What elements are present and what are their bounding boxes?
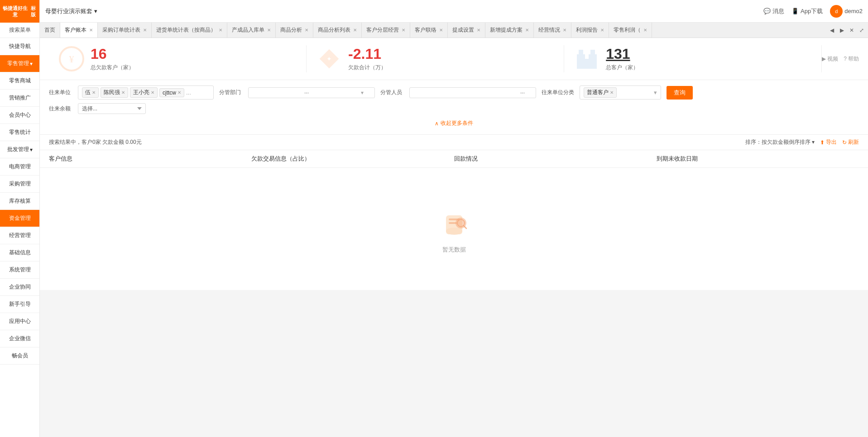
sidebar-item-wholesale-mgmt[interactable]: 批发管理 ▾ (0, 141, 39, 158)
category-tag-close[interactable]: ✕ (610, 90, 614, 95)
tab-expand-button[interactable]: ⤢ (857, 26, 866, 35)
tab-customer-contact[interactable]: 客户联络 ✕ (410, 23, 448, 38)
tab-new-propose[interactable]: 新增提成方案 ✕ (485, 23, 534, 38)
tab-propose-settings[interactable]: 提成设置 ✕ (448, 23, 485, 38)
company-filter-tags-box[interactable]: 伍 ✕ 陈民强 ✕ 王小亮 ✕ cjttcw ✕ ... (78, 86, 214, 100)
empty-state-text: 暂无数据 (442, 246, 466, 254)
tab-profit-report[interactable]: 利润报告 ✕ (571, 23, 609, 38)
sidebar-item-system[interactable]: 系统管理 (0, 261, 39, 279)
tab-close-icon[interactable]: ✕ (219, 28, 222, 33)
company-tag-wang[interactable]: 王小亮 ✕ (130, 87, 158, 98)
header-right: 💬 消息 📱 App下载 d demo2 (763, 5, 863, 18)
tab-stock-stats[interactable]: 进货单统计表（按商品） ✕ (152, 23, 227, 38)
sort-label[interactable]: 排序：按欠款金额倒序排序 ▾ (745, 138, 815, 146)
dept-select-dots[interactable]: ··· (304, 90, 309, 96)
tab-customer-segment[interactable]: 客户分层经营 ✕ (362, 23, 410, 38)
stats-bar: ¥ 16 总欠款客户（家） ✦ -2.11 欠款合计 (40, 38, 868, 80)
company-filter-label: 往来单位 (49, 89, 72, 96)
tab-retail-profit[interactable]: 零售利润（ ✕ (609, 23, 652, 38)
export-button[interactable]: ⬆ 导出 (820, 138, 837, 146)
tab-close-all-button[interactable]: ✕ (847, 26, 856, 35)
sidebar-item-finance[interactable]: 资金管理 (0, 210, 39, 227)
tab-close-icon[interactable]: ✕ (477, 28, 480, 33)
tab-close-icon[interactable]: ✕ (143, 28, 147, 33)
sidebar-item-inventory[interactable]: 库存核算 (0, 193, 39, 210)
svg-rect-4 (577, 54, 585, 69)
tab-close-icon[interactable]: ✕ (305, 28, 308, 33)
query-button[interactable]: 查询 (667, 86, 693, 100)
sidebar-item-retail-mall[interactable]: 零售商城 (0, 72, 39, 90)
sidebar-item-member-center[interactable]: 会员中心 (0, 107, 39, 124)
tab-next-button[interactable]: ▶ (837, 26, 846, 35)
company-tag-wu[interactable]: 伍 ✕ (82, 87, 99, 98)
tab-close-icon[interactable]: ✕ (402, 28, 405, 33)
sidebar-item-enterprise-wechat[interactable]: 企业微信 (0, 330, 39, 347)
stat-arrears-label: 欠款合计（万） (348, 64, 386, 71)
chevron-up-icon: ∧ (435, 120, 439, 127)
person-filter-select[interactable]: ··· (409, 87, 536, 98)
tab-product-purchase[interactable]: 产成品入库单 ✕ (227, 23, 276, 38)
category-filter-tags-box[interactable]: 普通客户 ✕ ▾ (580, 86, 661, 100)
tab-home[interactable]: 首页 (40, 23, 60, 38)
category-tag-normal[interactable]: 普通客户 ✕ (584, 87, 617, 98)
sidebar-item-new-guide[interactable]: 新手引导 (0, 296, 39, 313)
tab-close-icon[interactable]: ✕ (643, 28, 647, 33)
company-tag-more[interactable]: ... (186, 89, 191, 96)
tab-close-icon[interactable]: ✕ (600, 28, 604, 33)
tab-close-icon[interactable]: ✕ (439, 28, 443, 33)
app-download-button[interactable]: 📱 App下载 (791, 7, 823, 15)
diamond-svg-icon: ✦ (316, 45, 343, 72)
dept-filter-label: 分管部门 (219, 89, 243, 96)
company-tag-cjttcw-close[interactable]: ✕ (177, 90, 181, 95)
sidebar-item-ecommerce[interactable]: 电商管理 (0, 158, 39, 176)
company-tag-cjttcw[interactable]: cjttcw ✕ (159, 88, 184, 97)
sidebar-item-retail-stats[interactable]: 零售统计 (0, 124, 39, 141)
tab-close-icon[interactable]: ✕ (525, 28, 529, 33)
sidebar-item-marketing[interactable]: 营销推广 (0, 90, 39, 107)
tab-goods-analysis-list[interactable]: 商品分析列表 ✕ (313, 23, 362, 38)
balance-filter-select[interactable]: 选择... (78, 103, 146, 114)
tab-prev-button[interactable]: ◀ (827, 26, 836, 35)
tab-goods-analysis[interactable]: 商品分析 ✕ (276, 23, 313, 38)
sidebar-item-search[interactable]: 搜索菜单 (0, 23, 39, 38)
table-header: 客户信息 欠款交易信息（占比） 回款情况 到期未收款日期 (40, 150, 868, 168)
video-help-button[interactable]: ▶ 视频 (822, 55, 838, 63)
svg-text:✦: ✦ (326, 56, 332, 62)
sidebar-item-quick-nav[interactable]: 快捷导航 (0, 38, 39, 55)
tab-close-icon[interactable]: ✕ (353, 28, 357, 33)
company-tag-chen[interactable]: 陈民强 ✕ (101, 87, 128, 98)
sidebar-item-enterprise-collab[interactable]: 企业协同 (0, 279, 39, 296)
dept-chevron-icon: ▾ (361, 90, 364, 96)
collapse-button[interactable]: ∧ 收起更多条件 (435, 118, 473, 129)
stat-arrears-text: -2.11 欠款合计（万） (348, 46, 386, 71)
sidebar-item-app-center[interactable]: 应用中心 (0, 313, 39, 330)
dept-filter-select[interactable]: ··· ▾ (248, 87, 375, 98)
sidebar-item-purchase-mgmt[interactable]: 采购管理 (0, 176, 39, 193)
sidebar-item-operations[interactable]: 经营管理 (0, 227, 39, 244)
company-tag-wang-close[interactable]: ✕ (151, 90, 154, 95)
person-select-dots[interactable]: ··· (520, 90, 525, 96)
yuan-svg-icon: ¥ (58, 45, 85, 72)
company-tag-chen-close[interactable]: ✕ (121, 90, 125, 95)
tab-business-status[interactable]: 经营情况 ✕ (534, 23, 571, 38)
page-content: ¥ 16 总欠款客户（家） ✦ -2.11 欠款合计 (40, 38, 868, 437)
company-tag-wu-close[interactable]: ✕ (92, 90, 96, 95)
refresh-icon: ↻ (842, 139, 847, 146)
tab-purchase-order[interactable]: 采购订单统计表 ✕ (98, 23, 152, 38)
tab-close-icon[interactable]: ✕ (563, 28, 566, 33)
person-filter-label: 分管人员 (380, 89, 404, 96)
tab-customer-book[interactable]: 客户账本 ✕ (60, 23, 98, 38)
message-button[interactable]: 💬 消息 (763, 7, 784, 15)
help-button[interactable]: ? 帮助 (844, 55, 859, 63)
sidebar-item-retail-mgmt[interactable]: 零售管理 ▾ (0, 55, 39, 72)
sidebar-item-basic-info[interactable]: 基础信息 (0, 244, 39, 261)
message-icon: 💬 (763, 8, 771, 14)
result-bar: 搜索结果中，客户0家 欠款金额 0.00元 排序：按欠款金额倒序排序 ▾ ⬆ 导… (40, 135, 868, 150)
tab-close-icon[interactable]: ✕ (89, 28, 93, 33)
refresh-button[interactable]: ↻ 刷新 (842, 138, 859, 146)
sidebar-item-plus-member[interactable]: 畅会员 (0, 347, 39, 365)
main-area: 母婴行业演示账套 ▾ 💬 消息 📱 App下载 d demo2 首页 客户账本 (40, 0, 868, 437)
account-selector[interactable]: 母婴行业演示账套 ▾ (45, 7, 97, 15)
user-profile[interactable]: d demo2 (830, 5, 863, 18)
tab-close-icon[interactable]: ✕ (267, 28, 271, 33)
